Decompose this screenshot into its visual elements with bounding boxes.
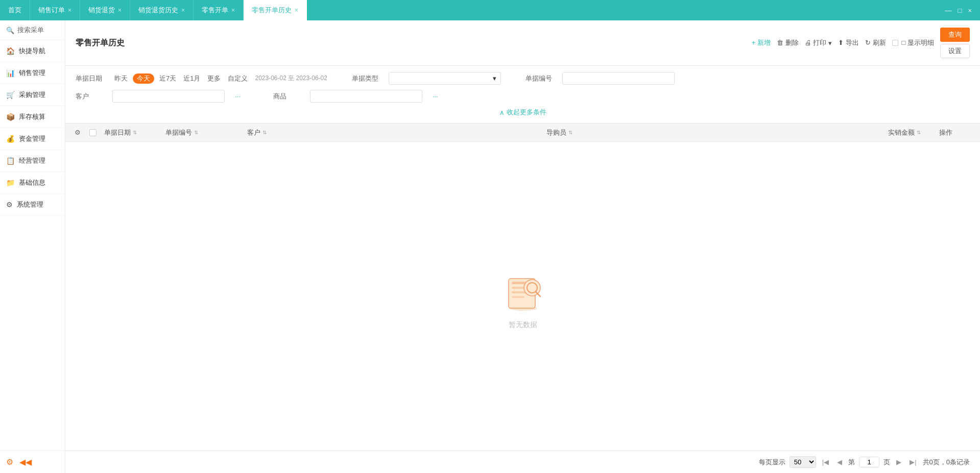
window-maximize[interactable]: □ (958, 7, 962, 14)
sidebar-item-label: 销售管理 (19, 68, 45, 78)
page-title: 零售开单历史 (76, 38, 125, 56)
close-tab-sales-return-history[interactable]: × (181, 7, 185, 14)
column-settings-button[interactable]: ⚙ (69, 129, 86, 136)
add-button[interactable]: + 新增 (752, 38, 771, 47)
first-page-button[interactable]: |◀ (820, 457, 831, 467)
display-detail-button[interactable]: □ 显示明细 (892, 38, 934, 47)
sidebar-item-inventory[interactable]: 📦 库存核算 (0, 106, 65, 128)
shortcut-more[interactable]: 更多 (205, 73, 223, 84)
print-dropdown-icon[interactable]: ▾ (828, 39, 832, 47)
tab-sales-return-history[interactable]: 销货退货历史 × (130, 0, 194, 20)
date-label: 单据日期 (76, 74, 104, 83)
close-tab-sales-order[interactable]: × (68, 7, 71, 14)
th-customer[interactable]: 客户 ⇅ (243, 128, 542, 137)
collapse-filter-button[interactable]: ∧ 收起更多条件 (76, 108, 970, 117)
export-button[interactable]: ⬆ 导出 (838, 38, 859, 47)
tab-retail-open[interactable]: 零售开单 × (194, 0, 244, 20)
page-size-select[interactable]: 50 10 20 100 (790, 456, 816, 468)
goods-input[interactable] (310, 90, 422, 103)
customer-ellipsis[interactable]: ··· (235, 92, 241, 100)
sort-amount-icon: ⇅ (917, 130, 921, 135)
svg-rect-5 (512, 296, 524, 298)
sidebar-search[interactable]: 🔍 搜索采单 (0, 20, 65, 40)
close-tab-retail-open-history[interactable]: × (295, 7, 298, 14)
sidebar-item-quick-nav[interactable]: 🏠 快捷导航 (0, 40, 65, 62)
search-icon: 🔍 (6, 27, 14, 34)
delete-button[interactable]: 🗑 删除 (777, 38, 799, 47)
sidebar-item-label: 系统管理 (17, 200, 43, 209)
empty-text: 暂无数据 (509, 320, 537, 330)
tab-retail-open-history[interactable]: 零售开单历史 × (244, 0, 307, 20)
window-close[interactable]: × (968, 7, 972, 14)
customer-label: 客户 (76, 92, 104, 101)
shortcut-today[interactable]: 今天 (133, 73, 154, 84)
th-date[interactable]: 单据日期 ⇅ (100, 128, 161, 137)
page-header: 零售开单历史 + 新增 🗑 删除 🖨 打印 ▾ ⬆ 导出 ↻ 刷新 (65, 20, 980, 66)
home-icon: 🏠 (6, 47, 15, 55)
sort-billno-icon: ⇅ (194, 130, 198, 135)
settings-icon[interactable]: ⚙ (6, 457, 13, 467)
shortcut-1month[interactable]: 近1月 (181, 73, 202, 84)
purchase-icon: 🛒 (6, 91, 15, 99)
goods-ellipsis[interactable]: ··· (433, 92, 438, 100)
bill-no-input[interactable] (562, 72, 675, 85)
top-nav: 首页 销售订单 × 销货退货 × 销货退货历史 × 零售开单 × 零售开单历史 … (0, 0, 980, 20)
sidebar-item-purchase-mgmt[interactable]: 🛒 采购管理 (0, 84, 65, 106)
window-minimize[interactable]: — (945, 7, 952, 14)
total-info: 共0页，0条记录 (923, 458, 970, 467)
display-checkbox[interactable] (892, 40, 898, 46)
pagination: 每页显示 50 10 20 100 |◀ ◀ 第 页 ▶ ▶| 共0页，0条记录 (65, 451, 980, 473)
sidebar-item-label: 基础信息 (19, 178, 45, 187)
bill-no-label: 单据编号 (525, 74, 554, 83)
sidebar-item-sales-mgmt[interactable]: 📊 销售管理 (0, 62, 65, 84)
shortcut-yesterday[interactable]: 昨天 (112, 73, 130, 84)
print-button[interactable]: 🖨 打印 ▾ (805, 38, 832, 47)
table-area: ⚙ 单据日期 ⇅ 单据编号 ⇅ 客户 ⇅ 导购员 ⇅ (65, 123, 980, 451)
date-shortcuts: 昨天 今天 近7天 近1月 更多 自定义 2023-06-02 至 2023-0… (112, 73, 327, 84)
sort-date-icon: ⇅ (133, 130, 137, 135)
page-input[interactable] (859, 457, 879, 467)
select-all-checkbox[interactable] (86, 129, 100, 136)
empty-illustration (497, 263, 548, 314)
shortcut-7days[interactable]: 近7天 (157, 73, 178, 84)
close-tab-sales-return[interactable]: × (118, 7, 122, 14)
sidebar-item-finance[interactable]: 💰 资金管理 (0, 128, 65, 150)
query-button[interactable]: 查询 (940, 28, 970, 42)
tab-home[interactable]: 首页 (0, 0, 30, 20)
shortcut-custom[interactable]: 自定义 (226, 73, 250, 84)
page-size-label: 每页显示 (759, 458, 785, 467)
goods-label: 商品 (273, 92, 302, 101)
empty-state: 暂无数据 (65, 142, 980, 451)
th-amount[interactable]: 实销金额 ⇅ (884, 128, 935, 137)
page-label: 第 (848, 458, 855, 467)
tab-sales-order[interactable]: 销售订单 × (30, 0, 80, 20)
chevron-up-icon: ∧ (499, 109, 505, 116)
window-controls: — □ × (945, 7, 980, 14)
settings-button[interactable]: 设置 (940, 44, 970, 58)
sidebar-item-label: 库存核算 (19, 112, 45, 121)
customer-input[interactable] (112, 90, 225, 103)
finance-icon: 💰 (6, 135, 15, 143)
system-icon: ⚙ (6, 201, 13, 209)
sidebar-item-system-mgmt[interactable]: ⚙ 系统管理 (0, 194, 65, 216)
th-billno[interactable]: 单据编号 ⇅ (161, 128, 243, 137)
sidebar-search-label: 搜索采单 (17, 26, 44, 35)
next-page-button[interactable]: ▶ (894, 457, 903, 467)
last-page-button[interactable]: ▶| (907, 457, 918, 467)
bill-type-select[interactable]: ▾ (389, 72, 501, 85)
sidebar-item-operations[interactable]: 📋 经营管理 (0, 150, 65, 172)
prev-page-button[interactable]: ◀ (835, 457, 844, 467)
collapse-sidebar-icon[interactable]: ◀◀ (19, 457, 32, 467)
page-unit: 页 (883, 458, 890, 467)
bill-type-label: 单据类型 (352, 74, 380, 83)
dropdown-icon: ▾ (493, 74, 496, 82)
close-tab-retail-open[interactable]: × (231, 7, 235, 14)
sidebar-item-basic-info[interactable]: 📁 基础信息 (0, 172, 65, 194)
th-guide[interactable]: 导购员 ⇅ (542, 128, 593, 137)
refresh-button[interactable]: ↻ 刷新 (865, 38, 886, 47)
table-header: ⚙ 单据日期 ⇅ 单据编号 ⇅ 客户 ⇅ 导购员 ⇅ (65, 123, 980, 142)
tab-sales-return[interactable]: 销货退货 × (80, 0, 130, 20)
filter-area: 单据日期 昨天 今天 近7天 近1月 更多 自定义 2023-06-02 至 2… (65, 66, 980, 123)
sidebar-item-label: 经营管理 (19, 156, 45, 165)
inventory-icon: 📦 (6, 113, 15, 121)
